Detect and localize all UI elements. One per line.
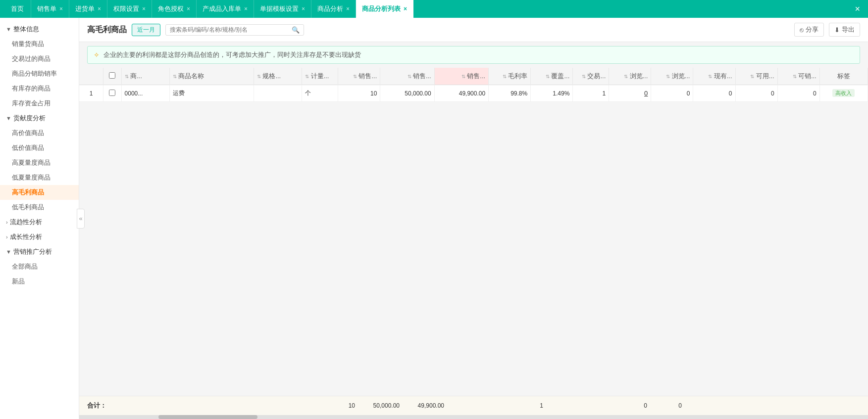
col-header-trade: ⇅ 交易... — [573, 68, 609, 85]
close-analysis-tab[interactable]: × — [346, 5, 350, 12]
col-header-check — [103, 68, 121, 85]
tab-product-storage[interactable]: 产成品入库单 × — [197, 0, 254, 18]
sidebar-group-contribution[interactable]: ▼ 贡献度分析 — [0, 111, 79, 126]
cell-sales-qty: 10 — [338, 85, 380, 102]
col-header-unit: ⇅ 计量... — [302, 68, 338, 85]
tab-analysis[interactable]: 商品分析 × — [311, 0, 356, 18]
footer-spacer1 — [110, 404, 130, 408]
sidebar-item-high-value[interactable]: 高价值商品 — [0, 126, 79, 140]
tab-permissions[interactable]: 权限设置 × — [107, 0, 152, 18]
footer-sellable — [685, 404, 719, 408]
filter-recent-month[interactable]: 近一月 — [132, 24, 160, 36]
tab-sales[interactable]: 销售单 × — [31, 0, 69, 18]
top-nav: 首页 销售单 × 进货单 × 权限设置 × 角色授权 × 产成品入库单 × 单据… — [0, 0, 868, 18]
close-roles-tab[interactable]: × — [187, 5, 190, 12]
sidebar-item-sales-goods[interactable]: 销量货商品 — [0, 37, 79, 51]
footer-browse2 — [581, 404, 615, 408]
cell-sales-amt: 50,000.00 — [380, 85, 434, 102]
select-all-checkbox[interactable] — [109, 72, 115, 79]
browse1-link[interactable]: 0 — [644, 90, 648, 97]
close-product-storage-tab[interactable]: × — [244, 5, 248, 12]
col-sort-icon: ⇅ — [125, 74, 129, 79]
close-template-tab[interactable]: × — [302, 5, 305, 12]
tab-purchase[interactable]: 进货单 × — [69, 0, 107, 18]
close-sales-tab[interactable]: × — [59, 5, 63, 12]
col-sort-icon-sales1: ⇅ — [408, 74, 411, 79]
expand-arrow-marketing: ▼ — [6, 249, 11, 255]
col-header-spec: ⇅ 规格... — [254, 68, 302, 85]
col-header-cover: ⇅ 覆盖... — [531, 68, 573, 85]
sidebar-item-high-coverage[interactable]: 高夏量度商品 — [0, 155, 79, 170]
data-table: ⇅ 商... ⇅ 商品名称 ⇅ 规格... ⇅ — [79, 68, 868, 102]
search-icon[interactable]: 🔍 — [292, 26, 300, 34]
share-button[interactable]: ⎋ 分享 — [794, 23, 824, 37]
tab-home[interactable]: 首页 — [4, 0, 31, 18]
col-header-stock: ⇅ 现有... — [693, 68, 735, 85]
cell-stock: 0 — [693, 85, 735, 102]
window-close-button[interactable]: × — [851, 4, 864, 14]
sidebar-item-new-goods[interactable]: 新品 — [0, 274, 79, 289]
sidebar-item-high-margin[interactable]: 高毛利商品 — [0, 185, 79, 200]
col-header-browse1: ⇅ 浏览... — [609, 68, 651, 85]
search-input[interactable] — [170, 26, 290, 33]
cell-avail: 0 — [735, 85, 777, 102]
info-banner: ✧ 企业的主要的利润都是这部分商品创造的，可考虑加大推广，同时关注库存是不要出现… — [87, 46, 860, 64]
sidebar-item-low-coverage[interactable]: 低夏量度商品 — [0, 170, 79, 185]
sidebar-collapse-button[interactable]: « — [77, 209, 85, 229]
sidebar-group-overall[interactable]: ▼ 整体信息 — [0, 22, 79, 37]
col-sort-icon-stock: ⇅ — [708, 74, 712, 79]
cell-spec — [254, 85, 302, 102]
info-icon: ✧ — [94, 51, 100, 59]
sidebar-item-distribution-rate[interactable]: 商品分销助销率 — [0, 66, 79, 81]
sidebar-item-low-margin[interactable]: 低毛利商品 — [0, 200, 79, 215]
tab-roles[interactable]: 角色授权 × — [152, 0, 197, 18]
cell-tag: 高收入 — [819, 85, 868, 102]
col-sort-icon-avail: ⇅ — [750, 74, 754, 79]
cell-browse2: 0 — [651, 85, 693, 102]
info-text: 企业的主要的利润都是这部分商品创造的，可考虑加大推广，同时关注库存是不要出现缺货 — [103, 50, 361, 59]
col-sort-icon-gross: ⇅ — [503, 74, 507, 79]
footer-label: 合计： — [87, 401, 106, 410]
main-layout: ▼ 整体信息 销量货商品 交易过的商品 商品分销助销率 有库存的商品 库存资金占… — [0, 18, 868, 419]
col-sort-icon-browse2: ⇅ — [666, 74, 670, 79]
footer-avail: 0 — [650, 400, 685, 411]
expand-arrow-contribution: ▼ — [6, 115, 11, 121]
sidebar-group-trend[interactable]: › 流趋性分析 — [0, 215, 79, 230]
col-sort-icon-cover: ⇅ — [546, 74, 550, 79]
close-analysis-list-tab[interactable]: × — [404, 5, 407, 12]
sidebar-group-growth[interactable]: › 成长性分析 — [0, 230, 79, 244]
cell-unit: 个 — [302, 85, 338, 102]
cell-gross-rate: 99.8% — [489, 85, 531, 102]
sidebar-group-marketing[interactable]: ▼ 营销推广分析 — [0, 244, 79, 259]
sidebar-item-low-value[interactable]: 低价值商品 — [0, 140, 79, 155]
sidebar-item-in-stock[interactable]: 有库存的商品 — [0, 81, 79, 96]
cell-sellable: 0 — [777, 85, 819, 102]
sidebar: ▼ 整体信息 销量货商品 交易过的商品 商品分销助销率 有库存的商品 库存资金占… — [0, 18, 79, 419]
footer-spacer3 — [145, 404, 185, 408]
cell-name: 运费 — [169, 85, 254, 102]
col-sort-icon-spec: ⇅ — [257, 74, 261, 79]
tab-analysis-list[interactable]: 商品分析列表 × — [356, 0, 413, 18]
content-area: 高毛利商品 近一月 🔍 ⎋ 分享 ⬇ 导出 ✧ 企业的主要的利润都是这部分商品创… — [79, 18, 868, 419]
export-button[interactable]: ⬇ 导出 — [829, 23, 860, 37]
footer-sales-amt2: 49,900.00 — [403, 400, 447, 411]
tab-template[interactable]: 单据模板设置 × — [254, 0, 311, 18]
sidebar-item-traded-goods[interactable]: 交易过的商品 — [0, 51, 79, 66]
page-title: 高毛利商品 — [87, 25, 127, 35]
cell-coverage: 1.49% — [531, 85, 573, 102]
scrollbar-thumb[interactable] — [158, 415, 257, 419]
sidebar-item-stock-capital[interactable]: 库存资金占用 — [0, 96, 79, 111]
col-header-sales1: ⇅ 销售... — [380, 68, 434, 85]
close-permissions-tab[interactable]: × — [142, 5, 146, 12]
footer-spacer7 — [447, 404, 482, 408]
cell-check — [103, 85, 121, 102]
table-header-row: ⇅ 商... ⇅ 商品名称 ⇅ 规格... ⇅ — [79, 68, 868, 85]
footer-spacer2 — [130, 404, 145, 408]
sidebar-item-all-goods[interactable]: 全部商品 — [0, 259, 79, 274]
col-sort-icon-unit: ⇅ — [305, 74, 309, 79]
close-purchase-tab[interactable]: × — [98, 5, 101, 12]
cell-num: 1 — [79, 85, 103, 102]
search-box: 🔍 — [165, 24, 304, 36]
row-checkbox[interactable] — [109, 90, 115, 96]
horizontal-scrollbar[interactable] — [79, 415, 868, 419]
